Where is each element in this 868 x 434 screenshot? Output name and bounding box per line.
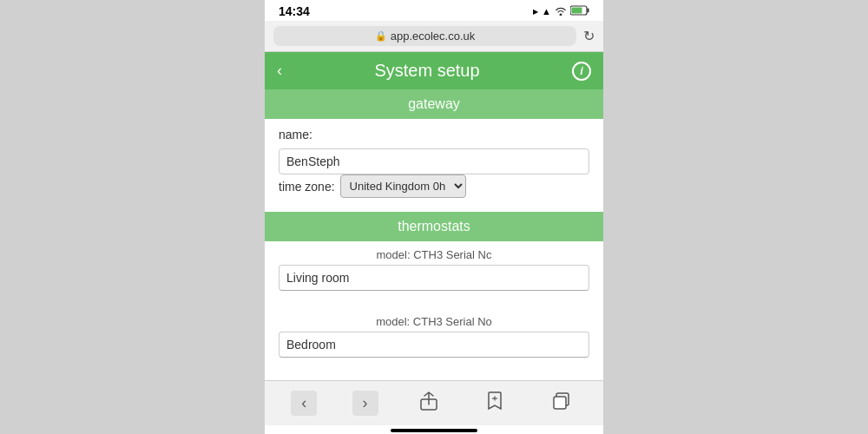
- tabs-button[interactable]: [546, 389, 577, 418]
- signal-icon: ▲: [542, 6, 551, 16]
- home-indicator: [391, 429, 477, 432]
- thermostat-2-model: model: CTH3 Serial No: [279, 315, 589, 328]
- gateway-name-input[interactable]: [279, 148, 589, 174]
- thermostat-entry-2: model: CTH3 Serial No: [265, 308, 603, 366]
- share-button[interactable]: [413, 388, 444, 418]
- app-content: ‹ System setup i gateway name: time zone…: [265, 52, 603, 380]
- thermostats-section-header: thermostats: [265, 212, 603, 241]
- app-header: ‹ System setup i: [265, 52, 603, 89]
- svg-rect-1: [588, 9, 589, 13]
- browser-url: app.ecolec.co.uk: [391, 30, 476, 43]
- browser-address[interactable]: 🔒 app.ecolec.co.uk: [273, 26, 576, 46]
- thermostat-1-name-input[interactable]: [279, 265, 589, 291]
- name-row: name:: [279, 128, 589, 141]
- timezone-select[interactable]: United Kingdom 0h: [340, 174, 466, 198]
- bottom-toolbar: ‹ ›: [265, 380, 603, 425]
- wifi-icon: [555, 6, 567, 17]
- page-title: System setup: [282, 61, 572, 81]
- status-bar: 14:34 ▸ ▲: [265, 0, 603, 21]
- svg-rect-7: [554, 397, 566, 409]
- timezone-row: time zone: United Kingdom 0h: [279, 174, 589, 198]
- thermostat-1-model: model: CTH3 Serial Nc: [279, 248, 589, 261]
- gateway-form: name: time zone: United Kingdom 0h: [265, 119, 603, 212]
- timezone-label: time zone:: [279, 180, 335, 194]
- refresh-icon[interactable]: ↻: [583, 28, 595, 44]
- status-time: 14:34: [279, 4, 310, 18]
- status-icons: ▸ ▲: [533, 5, 589, 17]
- info-icon[interactable]: i: [572, 62, 591, 81]
- thermostat-entry-1: model: CTH3 Serial Nc: [265, 241, 603, 299]
- location-icon: ▸: [533, 6, 538, 17]
- thermostat-2-name-input[interactable]: [279, 332, 589, 358]
- gateway-section-header: gateway: [265, 89, 603, 119]
- phone-frame: 14:34 ▸ ▲ 🔒 app.ecol: [265, 0, 603, 434]
- svg-rect-2: [572, 8, 582, 14]
- browser-forward-button[interactable]: ›: [352, 391, 378, 416]
- browser-bar: 🔒 app.ecolec.co.uk ↻: [265, 21, 603, 52]
- battery-icon: [570, 5, 589, 17]
- bookmark-button[interactable]: [479, 388, 510, 418]
- browser-back-button[interactable]: ‹: [291, 391, 317, 416]
- name-label: name:: [279, 128, 312, 141]
- lock-icon: 🔒: [375, 30, 387, 42]
